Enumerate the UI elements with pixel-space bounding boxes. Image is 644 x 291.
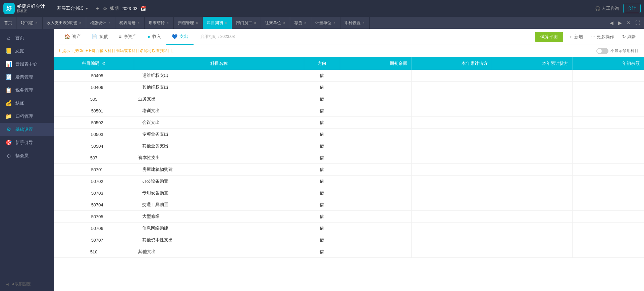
tab-zhongqi-close[interactable]: × bbox=[35, 20, 38, 26]
cell-balance bbox=[340, 140, 411, 152]
sidebar-footer[interactable]: ◄ ◄取消固定 bbox=[0, 277, 54, 291]
col-settings-icon[interactable]: ⚙ bbox=[102, 61, 106, 66]
cell-direction: 借 bbox=[304, 164, 340, 176]
tab-currency[interactable]: 币种设置 × bbox=[340, 17, 370, 29]
tab-partner-close[interactable]: × bbox=[282, 20, 286, 26]
table-row[interactable]: 50501培训支出借 bbox=[54, 105, 644, 117]
sidebar-item-tax-label: 税务管理 bbox=[15, 87, 33, 93]
tab-period-end[interactable]: 期末结转 × bbox=[145, 17, 174, 29]
cell-code: 507 bbox=[54, 152, 134, 164]
cell-code: 50501 bbox=[54, 105, 134, 117]
sub-tab-income[interactable]: ● 收入 bbox=[142, 29, 166, 45]
sidebar-item-archive[interactable]: 📁 归档管理 bbox=[0, 110, 54, 123]
cell-ytd-debit bbox=[411, 70, 492, 82]
sub-tab-asset[interactable]: 🏠 资产 bbox=[59, 29, 86, 45]
cell-name: 专用设备购置 bbox=[134, 187, 304, 199]
tab-template-label: 模版设计 bbox=[90, 20, 106, 26]
table-row[interactable]: 510其他支出借 bbox=[54, 246, 644, 258]
cell-year-balance bbox=[572, 199, 644, 211]
table-row[interactable]: 50702办公设备购置借 bbox=[54, 176, 644, 187]
sidebar-item-home-label: 首页 bbox=[15, 35, 24, 41]
equity-icon: ≡ bbox=[119, 34, 121, 39]
cell-balance bbox=[340, 82, 411, 93]
sub-tab-equity[interactable]: ≡ 净资产 bbox=[113, 29, 142, 45]
tab-scroll-left-icon[interactable]: ◀ bbox=[608, 19, 615, 26]
cell-direction: 借 bbox=[304, 117, 340, 129]
table-row[interactable]: 505业务支出借 bbox=[54, 93, 644, 105]
tab-unit-close[interactable]: × bbox=[333, 20, 336, 26]
tab-scroll-right-icon[interactable]: ▶ bbox=[617, 19, 623, 26]
add-button[interactable]: ＋ 新增 bbox=[566, 33, 586, 41]
sub-tab-liability[interactable]: 📄 负债 bbox=[86, 29, 113, 45]
tab-home[interactable]: 首页 bbox=[0, 17, 16, 29]
cell-ytd-debit bbox=[411, 140, 492, 152]
table-row[interactable]: 50707其他资本性支出借 bbox=[54, 234, 644, 246]
kuaiji-button[interactable]: 会计 bbox=[623, 4, 641, 13]
tab-annual-close[interactable]: × bbox=[79, 20, 82, 26]
tab-fullscreen-icon[interactable]: ⛶ bbox=[634, 19, 641, 26]
tab-subject-init-close[interactable]: × bbox=[224, 20, 228, 26]
sidebar-item-home[interactable]: ⌂ 首页 bbox=[0, 32, 54, 44]
disabled-toggle-switch[interactable] bbox=[596, 48, 608, 54]
settings-icon[interactable]: ⚙ bbox=[103, 5, 107, 12]
cell-balance bbox=[340, 70, 411, 82]
tab-unit[interactable]: 计量单位 × bbox=[311, 17, 340, 29]
cell-balance bbox=[340, 117, 411, 129]
more-operations-button[interactable]: ⋯ 更多操作 bbox=[588, 33, 617, 41]
tab-period-end-close[interactable]: × bbox=[166, 20, 169, 26]
add-tab-icon[interactable]: ＋ bbox=[95, 5, 100, 12]
tab-archive[interactable]: 归档管理 × bbox=[174, 17, 203, 29]
cell-ytd-debit bbox=[411, 93, 492, 105]
sidebar-item-reports[interactable]: 📊 云报表中心 bbox=[0, 57, 54, 70]
cell-year-balance bbox=[572, 176, 644, 187]
tab-template[interactable]: 模版设计 × bbox=[86, 17, 115, 29]
tab-dept-staff-close[interactable]: × bbox=[254, 20, 257, 26]
cell-ytd-credit bbox=[492, 152, 572, 164]
sidebar-item-guide[interactable]: 🎯 新手引导 bbox=[0, 136, 54, 149]
table-row[interactable]: 50502会议支出借 bbox=[54, 117, 644, 129]
table-row[interactable]: 50705大型修缮借 bbox=[54, 211, 644, 223]
sidebar-pin-toggle[interactable]: ◄ ◄取消固定 bbox=[5, 281, 48, 287]
tab-zhongqi[interactable]: ¢(中期) × bbox=[16, 17, 43, 29]
tab-template-close[interactable]: × bbox=[108, 20, 111, 26]
sidebar-item-member[interactable]: ◇ 畅会员 bbox=[0, 149, 54, 162]
tab-currency-close[interactable]: × bbox=[362, 20, 365, 26]
human-service-btn[interactable]: 🎧 人工咨询 bbox=[595, 5, 619, 11]
tab-taxform[interactable]: 税表清册 × bbox=[115, 17, 145, 29]
sub-tab-expense[interactable]: 💙 支出 bbox=[166, 29, 194, 45]
refresh-button[interactable]: ↻ 刷新 bbox=[620, 33, 639, 41]
table-row[interactable]: 50706信息网络购建借 bbox=[54, 223, 644, 234]
calendar-icon[interactable]: 📅 bbox=[140, 6, 146, 11]
table-row[interactable]: 50406其他维权支出借 bbox=[54, 82, 644, 93]
tab-taxform-close[interactable]: × bbox=[137, 20, 140, 26]
tab-annual[interactable]: 收入支出表(年报) × bbox=[43, 17, 87, 29]
sidebar-item-invoice[interactable]: 🧾 发票管理 bbox=[0, 70, 54, 84]
balance-button[interactable]: 试算平衡 bbox=[535, 32, 563, 42]
pin-icon: ◄ bbox=[5, 282, 9, 287]
tab-inventory-close[interactable]: × bbox=[304, 20, 307, 26]
cell-ytd-credit bbox=[492, 93, 572, 105]
table-row[interactable]: 50703专用设备购置借 bbox=[54, 187, 644, 199]
table-row[interactable]: 507资本性支出借 bbox=[54, 152, 644, 164]
tab-inventory[interactable]: 存货 × bbox=[290, 17, 311, 29]
cell-name: 业务支出 bbox=[134, 93, 304, 105]
sidebar-item-settings[interactable]: ⚙ 基础设置 bbox=[0, 123, 54, 136]
sidebar-item-tax[interactable]: 📋 税务管理 bbox=[0, 84, 54, 97]
tab-dept-staff[interactable]: 部门员工 × bbox=[232, 17, 261, 29]
table-row[interactable]: 50504其他业务支出借 bbox=[54, 140, 644, 152]
top-bar-actions: ＋ ⚙ 账期 2023-03 📅 bbox=[95, 5, 146, 12]
hint-icon: ℹ bbox=[59, 49, 61, 53]
table-row[interactable]: 50503专项业务支出借 bbox=[54, 129, 644, 140]
table-container[interactable]: 科目编码 ⚙ 科目名称 方向 期初余额 本年累计借方 本年累计贷方 年初余额 5… bbox=[54, 57, 644, 291]
tab-archive-close[interactable]: × bbox=[195, 20, 199, 26]
company-selector[interactable]: 基层工会测试 ▼ bbox=[57, 5, 89, 11]
sidebar-item-ledger[interactable]: 📒 总账 bbox=[0, 44, 54, 57]
tab-partner[interactable]: 往来单位 × bbox=[261, 17, 290, 29]
tab-subject-init[interactable]: 科目期初 × bbox=[203, 17, 232, 29]
table-row[interactable]: 50405运维维权支出借 bbox=[54, 70, 644, 82]
table-row[interactable]: 50701房屋建筑物购建借 bbox=[54, 164, 644, 176]
table-row[interactable]: 50704交通工具购置借 bbox=[54, 199, 644, 211]
cell-code: 50405 bbox=[54, 70, 134, 82]
tab-close-all-icon[interactable]: ✕ bbox=[625, 19, 632, 26]
sidebar-item-checkout[interactable]: 💰 结账 bbox=[0, 97, 54, 110]
